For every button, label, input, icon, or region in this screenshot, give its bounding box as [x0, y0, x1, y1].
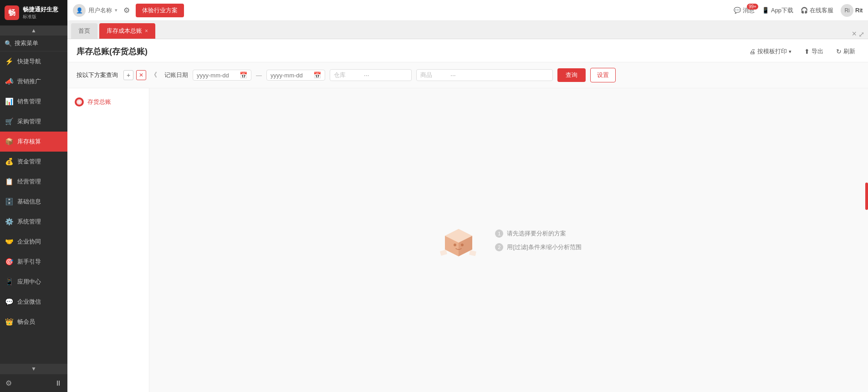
tab-home[interactable]: 首页	[71, 23, 97, 39]
settings-button[interactable]: 设置	[590, 68, 616, 82]
audio-icon[interactable]: ⏸	[55, 379, 62, 387]
scroll-up[interactable]: ▲	[0, 25, 67, 36]
sidebar-item-quick-nav[interactable]: ⚡ 快捷导航	[0, 51, 67, 71]
refresh-button[interactable]: ↻ 刷新	[832, 46, 859, 57]
user-name: 用户名称	[88, 6, 112, 15]
app-center-icon: 📱	[5, 277, 14, 286]
tab-bar: 首页 库存成本总账 × × ⤢	[67, 21, 868, 39]
sidebar-item-app-center[interactable]: 📱 应用中心	[0, 272, 67, 292]
query-button[interactable]: 查询	[557, 68, 586, 82]
page-title: 库存总账(存货总账)	[77, 46, 148, 57]
date-start-input[interactable]	[197, 72, 238, 79]
sidebar-item-label: 销售管理	[17, 97, 41, 106]
tip-1: 1 请先选择要分析的方案	[495, 229, 581, 238]
export-button[interactable]: ⬆ 导出	[801, 46, 827, 57]
logo-area: 畅 畅捷通好生意 标准版	[0, 0, 67, 25]
sidebar-item-marketing[interactable]: 📣 营销推广	[0, 71, 67, 92]
calendar-start-icon[interactable]: 📅	[240, 71, 247, 79]
sidebar-item-label: 库存核算	[17, 137, 41, 146]
online-service-item[interactable]: 🎧 在线客服	[801, 6, 833, 15]
user-display-name: Rit	[855, 7, 863, 14]
sidebar-item-sales[interactable]: 📊 销售管理	[0, 92, 67, 112]
user-display-area[interactable]: Ri Rit	[841, 4, 863, 17]
date-end-wrap[interactable]: 📅	[266, 70, 325, 81]
sidebar-item-finance[interactable]: 💰 资金管理	[0, 152, 67, 172]
header-user-area: 👤 用户名称 ▾ ⚙ 体验行业方案	[73, 4, 729, 17]
sidebar-item-label: 畅会员	[17, 318, 35, 326]
online-service-icon: 🎧	[801, 7, 808, 14]
scroll-down[interactable]: ▼	[0, 364, 67, 374]
sidebar-item-newbie[interactable]: 🎯 新手引导	[0, 252, 67, 272]
sidebar-item-label: 营销推广	[17, 77, 41, 86]
sidebar-item-inventory[interactable]: 📦 库存核算	[0, 132, 67, 152]
sidebar-item-wechat[interactable]: 💬 企业微信	[0, 292, 67, 312]
page-header: 库存总账(存货总账) 🖨 按模板打印 ▾ ⬆ 导出 ↻ 刷新	[67, 39, 868, 62]
product-placeholder: 商品	[420, 71, 432, 79]
content-area: 存货总账	[67, 88, 868, 392]
sidebar-item-purchase[interactable]: 🛒 采购管理	[0, 112, 67, 132]
inventory-ledger-item[interactable]: 存货总账	[67, 93, 149, 111]
filter-bar: 按以下方案查询 + ✕ 《 记账日期 📅 — 📅	[67, 62, 868, 88]
sidebar-item-member[interactable]: 👑 畅会员	[0, 312, 67, 332]
messages-item[interactable]: 💬 消息 99+	[734, 6, 755, 15]
date-start-wrap[interactable]: 📅	[193, 70, 251, 81]
header-settings-icon[interactable]: ⚙	[120, 4, 133, 17]
tip-2: 2 用[过滤]条件来缩小分析范围	[495, 243, 581, 251]
calendar-end-icon[interactable]: 📅	[313, 71, 321, 79]
app-download-label: App下载	[771, 6, 793, 15]
filter-add-button[interactable]: +	[123, 70, 133, 80]
purchase-icon: 🛒	[5, 117, 14, 126]
app-download-item[interactable]: 📱 App下载	[762, 6, 793, 15]
page-header-actions: 🖨 按模板打印 ▾ ⬆ 导出 ↻ 刷新	[745, 46, 859, 57]
scroll-indicator[interactable]	[865, 183, 868, 210]
sidebar-item-label: 经营管理	[17, 178, 41, 186]
svg-rect-7	[440, 249, 447, 255]
inventory-ledger-label: 存货总账	[87, 98, 111, 106]
sidebar-item-enterprise[interactable]: 🤝 企业协同	[0, 232, 67, 252]
sidebar-item-operation[interactable]: 📋 经营管理	[0, 172, 67, 192]
settings-bottom-icon[interactable]: ⚙	[5, 379, 12, 387]
operation-icon: 📋	[5, 177, 14, 186]
print-icon: 🖨	[749, 48, 756, 55]
trial-button[interactable]: 体验行业方案	[136, 4, 184, 17]
tab-close-icon[interactable]: ×	[145, 28, 148, 34]
empty-illustration	[436, 218, 481, 263]
refresh-label: 刷新	[843, 47, 855, 56]
sidebar-item-label: 企业微信	[17, 298, 41, 306]
product-more-icon[interactable]: ···	[450, 71, 456, 79]
member-icon: 👑	[5, 317, 14, 326]
panel-close-button[interactable]: ×	[852, 29, 857, 39]
filter-left-arrow-icon[interactable]: 《	[149, 70, 159, 80]
search-menu[interactable]: 🔍 搜索菜单	[0, 36, 67, 51]
filter-fields: 记账日期 📅 — 📅 仓库 ···	[164, 68, 859, 82]
export-icon: ⬆	[804, 48, 810, 55]
sidebar-item-label: 企业协同	[17, 238, 41, 246]
finance-icon: 💰	[5, 157, 14, 166]
expand-icon[interactable]: ⤢	[858, 30, 864, 39]
warehouse-select[interactable]: 仓库 ···	[330, 69, 412, 81]
sidebar-item-basic[interactable]: 🗄️ 基础信息	[0, 192, 67, 212]
sidebar-bottom: ⚙ ⏸	[0, 374, 67, 392]
svg-rect-8	[469, 250, 476, 256]
main-area: 👤 用户名称 ▾ ⚙ 体验行业方案 💬 消息 99+ 📱 App下载 🎧 在线客…	[67, 0, 868, 392]
date-end-input[interactable]	[271, 72, 311, 79]
message-icon: 💬	[734, 7, 741, 14]
print-button[interactable]: 🖨 按模板打印 ▾	[745, 46, 795, 57]
warehouse-more-icon[interactable]: ···	[364, 71, 369, 79]
print-label: 按模板打印	[757, 47, 787, 56]
sidebar-item-system[interactable]: ⚙️ 系统管理	[0, 212, 67, 232]
tab-inventory-cost[interactable]: 库存成本总账 ×	[99, 23, 155, 39]
empty-state: 1 请先选择要分析的方案 2 用[过滤]条件来缩小分析范围	[436, 218, 581, 263]
print-dropdown-icon[interactable]: ▾	[789, 49, 791, 55]
export-label: 导出	[812, 47, 823, 56]
inventory-icon: 📦	[5, 137, 14, 146]
product-select[interactable]: 商品 ···	[416, 69, 553, 81]
logo-text: 畅捷通好生意 标准版	[23, 5, 58, 20]
dropdown-arrow-icon[interactable]: ▾	[115, 7, 117, 13]
sidebar-item-label: 采购管理	[17, 117, 41, 126]
basic-icon: 🗄️	[5, 197, 14, 206]
data-area: 1 请先选择要分析的方案 2 用[过滤]条件来缩小分析范围	[149, 88, 868, 392]
logo-sub: 标准版	[23, 14, 58, 20]
refresh-icon: ↻	[836, 48, 842, 55]
filter-collapse-button[interactable]: ✕	[136, 70, 146, 80]
